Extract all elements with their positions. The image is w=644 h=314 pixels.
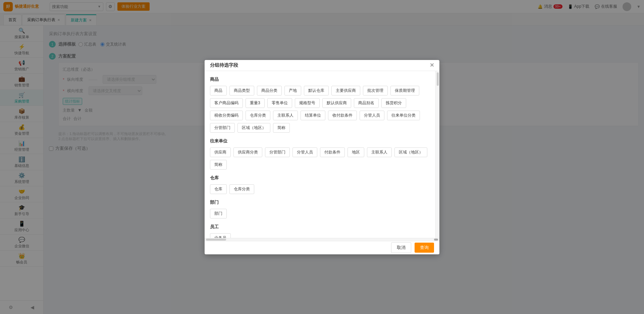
hscrollbar-thumb (206, 239, 226, 241)
modal-title: 分组待选字段 (210, 62, 238, 68)
field-tag[interactable]: 主联系人 (367, 147, 392, 157)
section-staff-tags: 业务员 (210, 233, 430, 238)
field-tag[interactable]: 主要供应商 (331, 86, 360, 96)
section-goods-tags: 商品 商品类型 商品分类 产地 默认仓库 主要供应商 批次管理 保质期管理 客户… (210, 86, 430, 133)
field-tag[interactable]: 简称 (210, 160, 227, 170)
field-tag[interactable]: 商品类型 (229, 86, 254, 96)
field-tag[interactable]: 供应商分类 (233, 147, 262, 157)
modal-footer: 取消 查询 (205, 241, 439, 254)
field-tag[interactable]: 零售单位 (267, 98, 292, 108)
modal-scrollbar[interactable] (435, 71, 439, 238)
section-dept-tags: 部门 (210, 209, 430, 218)
modal-header: 分组待选字段 ✕ (205, 60, 439, 71)
section-partner: 往来单位 供应商 供应商分类 分管部门 分管人员 付款条件 地区 主联系人 区域… (210, 138, 430, 170)
field-tag[interactable]: 分管人员 (360, 111, 384, 120)
modal-overlay: 分组待选字段 ✕ 商品 商品 商品类型 商品分类 产地 默认仓库 主要供应商 批… (0, 0, 644, 314)
field-tag[interactable]: 付款条件 (320, 147, 345, 157)
field-tag[interactable]: 主联系人 (273, 111, 298, 120)
field-tag[interactable]: 结算单位 (301, 111, 325, 120)
field-tag[interactable]: 客户商品编码 (210, 98, 243, 108)
field-tag[interactable]: 拣货积分 (381, 98, 406, 108)
field-tag[interactable]: 区域（地区） (237, 123, 270, 133)
field-tag[interactable]: 仓库 (210, 184, 227, 194)
field-tag[interactable]: 商品分类 (257, 86, 282, 96)
field-tag[interactable]: 保质期管理 (390, 86, 419, 96)
field-tag[interactable]: 部门 (210, 209, 227, 218)
modal-close-btn[interactable]: ✕ (430, 62, 434, 68)
field-tag[interactable]: 地区 (347, 147, 364, 157)
field-tag[interactable]: 分管部门 (265, 147, 290, 157)
field-select-modal: 分组待选字段 ✕ 商品 商品 商品类型 商品分类 产地 默认仓库 主要供应商 批… (205, 60, 439, 254)
field-tag[interactable]: 往来单位分类 (387, 111, 420, 120)
section-partner-title: 往来单位 (210, 138, 430, 144)
field-tag[interactable]: 分管人员 (292, 147, 317, 157)
field-tag[interactable]: 仓库分类 (246, 111, 270, 120)
field-tag[interactable]: 重量3 (246, 98, 265, 108)
field-tag[interactable]: 仓库分类 (229, 184, 254, 194)
scrollbar-thumb (437, 72, 439, 86)
hscrollbar-arrow (434, 239, 438, 241)
section-dept: 部门 部门 (210, 199, 430, 218)
field-tag[interactable]: 默认供应商 (322, 98, 351, 108)
field-tag[interactable]: 默认仓库 (304, 86, 329, 96)
field-tag[interactable]: 业务员 (210, 233, 231, 238)
field-tag[interactable]: 收付款条件 (328, 111, 357, 120)
section-staff: 员工 业务员 (210, 224, 430, 238)
field-tag[interactable]: 批次管理 (363, 86, 388, 96)
section-warehouse: 仓库 仓库 仓库分类 (210, 175, 430, 194)
section-staff-title: 员工 (210, 224, 430, 230)
field-tag[interactable]: 税收分类编码 (210, 111, 243, 120)
field-tag[interactable]: 简称 (273, 123, 290, 133)
section-goods: 商品 商品 商品类型 商品分类 产地 默认仓库 主要供应商 批次管理 保质期管理… (210, 76, 430, 133)
field-tag[interactable]: 供应商 (210, 147, 231, 157)
modal-body: 商品 商品 商品类型 商品分类 产地 默认仓库 主要供应商 批次管理 保质期管理… (205, 71, 435, 238)
confirm-button[interactable]: 查询 (415, 243, 434, 253)
modal-hscrollbar[interactable] (205, 238, 439, 241)
field-tag[interactable]: 区域（地区） (394, 147, 427, 157)
field-tag[interactable]: 商品别名 (354, 98, 379, 108)
section-partner-tags: 供应商 供应商分类 分管部门 分管人员 付款条件 地区 主联系人 区域（地区） … (210, 147, 430, 170)
field-tag[interactable]: 分管部门 (210, 123, 235, 133)
section-dept-title: 部门 (210, 199, 430, 205)
section-goods-title: 商品 (210, 76, 430, 82)
field-tag[interactable]: 规格型号 (295, 98, 320, 108)
field-tag[interactable]: 商品 (210, 86, 227, 96)
section-warehouse-title: 仓库 (210, 175, 430, 181)
field-tag[interactable]: 产地 (284, 86, 301, 96)
section-warehouse-tags: 仓库 仓库分类 (210, 184, 430, 194)
cancel-button[interactable]: 取消 (391, 242, 411, 253)
